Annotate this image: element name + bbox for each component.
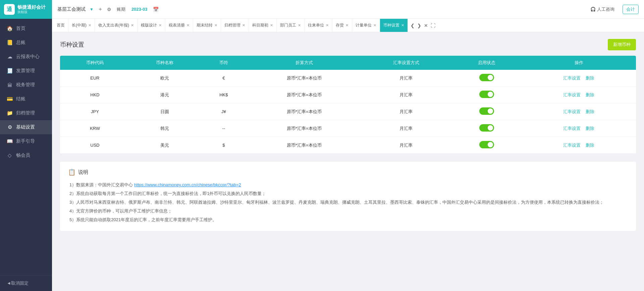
delete-link[interactable]: 删除 (586, 92, 594, 97)
tab-close-icon[interactable]: ✕ (131, 23, 134, 28)
status-toggle[interactable] (479, 91, 494, 98)
sidebar-item-label: 畅会员 (16, 152, 30, 158)
cell-rate-type: 月汇率 (361, 137, 452, 154)
cell-action: 汇率设置 删除 (522, 103, 636, 120)
tabs-next-icon[interactable]: ❯ (417, 22, 422, 29)
status-toggle[interactable] (479, 74, 494, 81)
tab-close-icon[interactable]: ✕ (401, 23, 404, 28)
tabs-close-all-icon[interactable]: ✕ (423, 22, 429, 29)
sidebar-item-tax[interactable]: 🏛 税务管理 (0, 78, 52, 92)
ledger-icon: 📒 (7, 40, 13, 46)
tab-close-icon[interactable]: ✕ (270, 23, 273, 28)
cell-symbol: J¥ (200, 103, 248, 120)
user-role-button[interactable]: 会计 (623, 5, 639, 14)
table-row: HKD 港元 HK$ 原币*汇率=本位币 月汇率 汇率设置 删除 (60, 87, 636, 103)
notes-section: 📋 说明 1）数据来源：中国外汇交易中心 https://www.chinamo… (60, 162, 636, 231)
sidebar-item-guide[interactable]: 📖 新手引导 (0, 134, 52, 148)
cell-action: 汇率设置 删除 (522, 137, 636, 154)
tab-close-icon[interactable]: ✕ (345, 23, 348, 28)
cell-status (452, 103, 522, 120)
tab-label: 科目期初 (252, 22, 268, 28)
help-button[interactable]: 🎧 人工咨询 (590, 6, 614, 12)
tab-close-icon[interactable]: ✕ (214, 23, 217, 28)
tab-archive[interactable]: 归档管理✕ (221, 19, 249, 32)
period-value: 2023-03 (131, 7, 148, 12)
tab-label: 首页 (57, 22, 65, 28)
rate-setting-link[interactable]: 汇率设置 (563, 109, 581, 114)
rate-setting-link[interactable]: 汇率设置 (563, 92, 581, 97)
delete-link[interactable]: 删除 (586, 126, 594, 131)
status-toggle[interactable] (479, 107, 494, 115)
status-toggle[interactable] (479, 124, 494, 132)
tab-tax-table[interactable]: 税表清册✕ (165, 19, 193, 32)
sidebar-item-home[interactable]: 🏠 首页 (0, 21, 52, 36)
cell-action: 汇率设置 删除 (522, 87, 636, 103)
sidebar-item-ledger[interactable]: 📒 总账 (0, 36, 52, 50)
rate-setting-link[interactable]: 汇率设置 (563, 76, 581, 81)
sidebar-logo: 通 畅捷通好会计 旗舰版 (0, 0, 52, 19)
project-dropdown-icon[interactable]: ▼ (90, 7, 94, 12)
tab-label: 存货 (336, 22, 344, 28)
toggle-knob (488, 142, 493, 147)
cell-action: 汇率设置 删除 (522, 70, 636, 87)
col-header-action: 操作 (522, 56, 636, 70)
tab-label: 往来单位 (308, 22, 324, 28)
tax-icon: 🏛 (7, 82, 13, 88)
tab-period-end[interactable]: 期末结转✕ (193, 19, 221, 32)
cell-code: USD (60, 137, 130, 154)
cell-symbol: $ (200, 137, 248, 154)
tab-home[interactable]: 首页 (53, 19, 68, 32)
add-tab-button[interactable]: ＋ (98, 6, 103, 13)
new-currency-button[interactable]: 新增币种 (608, 39, 636, 50)
archive-icon: 📁 (7, 110, 13, 116)
tab-mid[interactable]: 长(中期)✕ (68, 19, 95, 32)
delete-link[interactable]: 删除 (586, 76, 594, 81)
tab-currency[interactable]: 币种设置✕ (380, 19, 408, 32)
sidebar-item-label: 税务管理 (16, 82, 35, 88)
status-toggle[interactable] (479, 141, 494, 148)
cell-status (452, 70, 522, 87)
help-label: 人工咨询 (597, 6, 614, 12)
tab-unit[interactable]: 计量单位✕ (352, 19, 380, 32)
col-header-name: 币种名称 (130, 56, 200, 70)
tab-close-icon[interactable]: ✕ (326, 23, 329, 28)
cell-rate-type: 月汇率 (361, 70, 452, 87)
tab-subject-init[interactable]: 科目期初✕ (249, 19, 277, 32)
tabs-prev-icon[interactable]: ❮ (410, 22, 415, 29)
cell-code: EUR (60, 70, 130, 87)
rate-setting-link[interactable]: 汇率设置 (563, 126, 581, 131)
sidebar-pin-toggle[interactable]: ◄取消固定 (0, 275, 52, 291)
rate-setting-link[interactable]: 汇率设置 (563, 143, 581, 148)
tab-template[interactable]: 模版设计✕ (138, 19, 165, 32)
tab-close-icon[interactable]: ✕ (373, 23, 376, 28)
sidebar-item-archive[interactable]: 📁 归档管理 (0, 106, 52, 120)
sidebar-item-invoice[interactable]: 🧾 发票管理 (0, 64, 52, 78)
sidebar-item-member[interactable]: ◇ 畅会员 (0, 148, 52, 162)
sidebar-item-checkout[interactable]: 💳 结账 (0, 92, 52, 106)
settings-icon: ⚙ (7, 124, 13, 130)
delete-link[interactable]: 删除 (586, 143, 594, 148)
sidebar-item-cloud[interactable]: ☁ 云报表中心 (0, 50, 52, 64)
delete-link[interactable]: 删除 (586, 109, 594, 114)
tab-dept-employee[interactable]: 部门员工✕ (277, 19, 305, 32)
cell-name: 欧元 (130, 70, 200, 87)
tab-inventory[interactable]: 存货✕ (332, 19, 352, 32)
tab-close-icon[interactable]: ✕ (298, 23, 301, 28)
notes-link[interactable]: https://www.chinamoney.com.cn/chinese/bk… (134, 182, 241, 187)
tab-contacts[interactable]: 往来单位✕ (305, 19, 332, 32)
col-header-code: 币种代码 (60, 56, 130, 70)
cell-symbol: HK$ (200, 87, 248, 103)
tab-close-icon[interactable]: ✕ (242, 23, 245, 28)
tab-label: 计量单位 (356, 22, 372, 28)
tab-income[interactable]: 收入支出表(年报)✕ (95, 19, 138, 32)
notes-item: 5）系统只能自动抓取2021年度后的汇率，之前年度汇率需要用户手工维护。 (68, 215, 628, 224)
tab-close-icon[interactable]: ✕ (186, 23, 190, 28)
project-name: 基层工会测试 (57, 6, 86, 12)
currency-table: 币种代码 币种名称 币符 折算方式 汇率设置方式 启用状态 操作 EUR 欧元 … (60, 56, 636, 154)
tab-close-icon[interactable]: ✕ (88, 23, 91, 28)
sidebar-item-settings[interactable]: ⚙ 基础设置 (0, 120, 52, 134)
calendar-icon[interactable]: 📅 (153, 7, 159, 12)
tab-close-icon[interactable]: ✕ (159, 23, 162, 28)
settings-gear-icon[interactable]: ⚙ (107, 7, 111, 12)
tabs-maximize-icon[interactable]: ⛶ (430, 22, 436, 29)
